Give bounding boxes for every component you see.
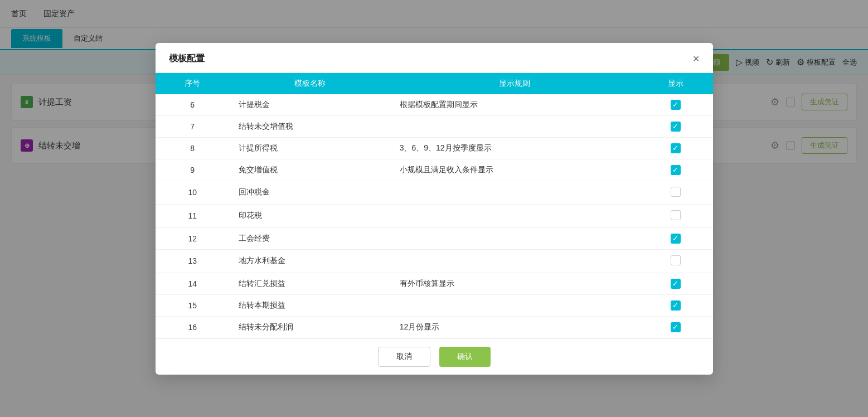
cell-rule — [391, 115, 638, 137]
table-row: 13地方水利基金 — [156, 249, 713, 273]
modal-footer: 取消 确认 — [156, 338, 713, 375]
cell-index: 14 — [156, 273, 230, 294]
cell-name: 结转未交增值税 — [230, 115, 391, 137]
cell-name: 结转汇兑损益 — [230, 273, 391, 294]
modal-header: 模板配置 × — [156, 43, 713, 73]
checkbox-checked-icon[interactable]: ✓ — [671, 300, 681, 311]
cell-checkbox[interactable]: ✓ — [638, 316, 712, 338]
cell-name: 计提税金 — [230, 94, 391, 116]
cell-name: 结转本期损益 — [230, 294, 391, 316]
checkbox-checked-icon[interactable]: ✓ — [671, 279, 681, 289]
table-row: 14结转汇兑损益有外币核算显示✓ — [156, 273, 713, 294]
table-row: 6计提税金根据模板配置期间显示✓ — [156, 94, 713, 116]
confirm-button[interactable]: 确认 — [439, 347, 491, 367]
cell-checkbox[interactable]: ✓ — [638, 227, 712, 249]
table-row: 10回冲税金 — [156, 181, 713, 204]
cell-index: 9 — [156, 159, 230, 181]
cell-name: 地方水利基金 — [230, 249, 391, 273]
cell-index: 6 — [156, 94, 230, 116]
th-index: 序号 — [156, 73, 230, 94]
checkbox-unchecked-icon[interactable] — [671, 210, 681, 220]
cell-rule — [391, 204, 638, 227]
cell-rule — [391, 294, 638, 316]
cell-checkbox[interactable]: ✓ — [638, 115, 712, 137]
cell-checkbox[interactable]: ✓ — [638, 94, 712, 116]
cell-checkbox[interactable] — [638, 249, 712, 273]
table-row: 16结转未分配利润12月份显示✓ — [156, 316, 713, 338]
modal-title: 模板配置 — [169, 53, 205, 65]
table-row: 8计提所得税3、6、9、12月按季度显示✓ — [156, 137, 713, 159]
cell-index: 16 — [156, 316, 230, 338]
cell-rule — [391, 249, 638, 273]
cell-name: 结转未分配利润 — [230, 316, 391, 338]
table-row: 9免交增值税小规模且满足收入条件显示✓ — [156, 159, 713, 181]
cell-index: 12 — [156, 227, 230, 249]
cell-name: 回冲税金 — [230, 181, 391, 204]
cell-index: 8 — [156, 137, 230, 159]
cell-rule: 3、6、9、12月按季度显示 — [391, 137, 638, 159]
checkbox-checked-icon[interactable]: ✓ — [671, 234, 681, 244]
cell-checkbox[interactable]: ✓ — [638, 294, 712, 316]
table-row: 12工会经费✓ — [156, 227, 713, 249]
th-display: 显示 — [638, 73, 712, 94]
checkbox-unchecked-icon[interactable] — [671, 255, 681, 265]
cell-index: 10 — [156, 181, 230, 204]
cell-name: 计提所得税 — [230, 137, 391, 159]
checkbox-checked-icon[interactable]: ✓ — [671, 100, 681, 110]
cell-index: 13 — [156, 249, 230, 273]
modal-table-scroll[interactable]: 序号 模板名称 显示规则 显示 6计提税金根据模板配置期间显示✓7结转未交增值税… — [156, 73, 713, 338]
cell-checkbox[interactable]: ✓ — [638, 273, 712, 294]
cancel-button[interactable]: 取消 — [378, 347, 430, 367]
template-config-modal: 模板配置 × 序号 模板名称 显示规则 显示 6计提税金根据模板配置期间显示✓7… — [156, 43, 713, 375]
modal-overlay: 模板配置 × 序号 模板名称 显示规则 显示 6计提税金根据模板配置期间显示✓7… — [0, 0, 868, 417]
cell-name: 工会经费 — [230, 227, 391, 249]
cell-rule: 有外币核算显示 — [391, 273, 638, 294]
modal-close-button[interactable]: × — [693, 53, 700, 64]
table-row: 15结转本期损益✓ — [156, 294, 713, 316]
cell-name: 印花税 — [230, 204, 391, 227]
table-row: 7结转未交增值税✓ — [156, 115, 713, 137]
checkbox-checked-icon[interactable]: ✓ — [671, 143, 681, 153]
cell-rule: 根据模板配置期间显示 — [391, 94, 638, 116]
checkbox-checked-icon[interactable]: ✓ — [671, 322, 681, 332]
cell-index: 11 — [156, 204, 230, 227]
cell-index: 7 — [156, 115, 230, 137]
checkbox-unchecked-icon[interactable] — [671, 187, 681, 197]
checkbox-checked-icon[interactable]: ✓ — [671, 165, 681, 175]
checkbox-checked-icon[interactable]: ✓ — [671, 122, 681, 132]
cell-rule — [391, 227, 638, 249]
cell-rule: 小规模且满足收入条件显示 — [391, 159, 638, 181]
cell-rule: 12月份显示 — [391, 316, 638, 338]
cell-index: 15 — [156, 294, 230, 316]
th-rule: 显示规则 — [391, 73, 638, 94]
modal-table: 序号 模板名称 显示规则 显示 6计提税金根据模板配置期间显示✓7结转未交增值税… — [156, 73, 713, 338]
cell-checkbox[interactable]: ✓ — [638, 137, 712, 159]
table-header-row: 序号 模板名称 显示规则 显示 — [156, 73, 713, 94]
cell-checkbox[interactable] — [638, 181, 712, 204]
table-row: 11印花税 — [156, 204, 713, 227]
cell-rule — [391, 181, 638, 204]
cell-checkbox[interactable]: ✓ — [638, 159, 712, 181]
cell-name: 免交增值税 — [230, 159, 391, 181]
th-name: 模板名称 — [230, 73, 391, 94]
cell-checkbox[interactable] — [638, 204, 712, 227]
